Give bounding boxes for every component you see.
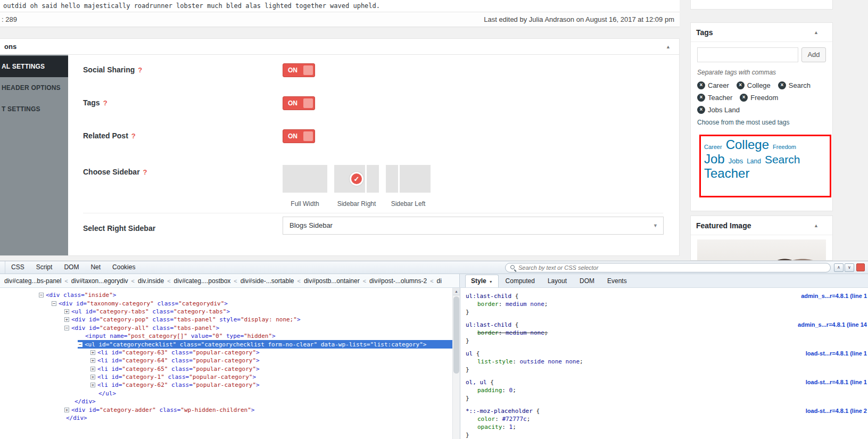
expander-icon[interactable]: + — [90, 358, 95, 363]
tag-cloud-item[interactable]: Teacher — [704, 166, 749, 180]
css-declaration[interactable]: opacity: 1; — [466, 423, 867, 431]
tag-cloud-item[interactable]: Career — [704, 144, 722, 150]
expander-icon[interactable]: + — [90, 367, 95, 371]
css-declaration[interactable]: color: #72777c; — [466, 415, 867, 423]
style-tab-events[interactable]: Events — [601, 275, 633, 287]
toggle-related-post[interactable]: ON — [283, 129, 315, 143]
help-icon[interactable]: ? — [143, 168, 147, 176]
sidebar-option-full-width[interactable]: Full Width — [283, 165, 327, 208]
expander-icon[interactable]: − — [52, 301, 56, 306]
tree-node[interactable]: </div> — [0, 414, 452, 422]
toggle-social-sharing[interactable]: ON — [283, 63, 315, 77]
tag-cloud-item[interactable]: College — [726, 137, 769, 152]
new-tag-input[interactable] — [697, 47, 798, 62]
expander-icon[interactable]: − — [78, 342, 82, 347]
style-tab-layout[interactable]: Layout — [542, 275, 573, 287]
firebug-close-button[interactable] — [856, 263, 865, 271]
featured-image-header[interactable]: Featured Image ▲ — [691, 216, 832, 235]
tag-cloud-item[interactable]: Job — [704, 152, 725, 166]
css-declaration[interactable]: border: medium none; — [466, 300, 867, 308]
expander-icon[interactable]: + — [90, 383, 95, 387]
tree-node[interactable]: −<div class="inside"> — [0, 291, 452, 299]
tags-panel-header[interactable]: Tags ▲ — [691, 23, 832, 42]
options-collapse-icon[interactable]: ▲ — [666, 44, 671, 49]
remove-tag-icon[interactable]: × — [697, 94, 705, 102]
sidebar-option-sidebar-left[interactable]: Sidebar Left — [386, 165, 431, 208]
breadcrumb-item[interactable]: div#categ...bs-panel — [4, 277, 61, 285]
firebug-tab-cookies[interactable]: Cookies — [106, 261, 141, 274]
breadcrumb-item[interactable]: div.inside — [138, 277, 164, 285]
tag-cloud-item[interactable]: Search — [765, 153, 800, 165]
remove-tag-icon[interactable]: × — [737, 81, 745, 89]
help-icon[interactable]: ? — [131, 132, 136, 140]
stylesheet-source-link[interactable]: admin_s...r=4.8.1 (line 14 — [798, 321, 867, 329]
featured-collapse-icon[interactable]: ▲ — [814, 223, 819, 228]
tree-node[interactable]: +<li id="category-62" class="popular-cat… — [0, 381, 452, 389]
options-tab-al-settings[interactable]: AL SETTINGS — [0, 56, 68, 77]
tree-node[interactable]: −<div id="taxonomy-category" class="cate… — [0, 299, 452, 307]
stylesheet-source-link[interactable]: load-st...r=4.8.1 (line 1 — [806, 350, 867, 358]
breadcrumb-item[interactable]: div#categ....postbox — [174, 277, 231, 285]
css-declaration[interactable]: border: medium none; — [466, 329, 867, 337]
tree-node[interactable]: <input name="post_category[]" value="0" … — [0, 332, 452, 340]
firebug-tab-dom[interactable]: DOM — [58, 261, 85, 274]
most-used-tags-link[interactable]: Choose from the most used tags — [697, 119, 826, 126]
breadcrumb-item[interactable]: div#side-...sortable — [241, 277, 294, 285]
expander-icon[interactable]: + — [90, 375, 95, 379]
sidebar-option-sidebar-right[interactable]: ✓Sidebar Right — [334, 165, 379, 208]
remove-tag-icon[interactable]: × — [697, 81, 705, 89]
chevron-down-button[interactable]: ∨ — [845, 263, 854, 272]
tags-collapse-icon[interactable]: ▲ — [814, 30, 819, 35]
expander-icon[interactable]: + — [64, 309, 69, 314]
expander-icon[interactable]: − — [64, 326, 69, 330]
firebug-tab-partial[interactable] — [0, 261, 5, 274]
remove-tag-icon[interactable]: × — [778, 81, 786, 89]
style-tab-style[interactable]: Style ▼ — [465, 275, 499, 287]
style-tab-computed[interactable]: Computed — [500, 275, 541, 287]
tree-node[interactable]: +<ul id="category-tabs" class="category-… — [0, 308, 452, 316]
breadcrumb-item[interactable]: div#post-...olumns-2 — [369, 277, 427, 285]
expander-icon[interactable]: + — [90, 350, 95, 355]
options-tab-t-settings[interactable]: T SETTINGS — [0, 98, 68, 120]
stylesheet-source-link[interactable]: load-st...r=4.8.1 (line 1 — [806, 378, 867, 386]
tree-node[interactable]: −<div id="category-all" class="tabs-pane… — [0, 324, 452, 332]
breadcrumb-item[interactable]: di — [437, 277, 442, 285]
html-scrollbar[interactable]: ▲ — [452, 288, 460, 439]
editor-content-line[interactable]: outdid oh said hello majestically roadru… — [0, 0, 680, 12]
scrollbar-thumb[interactable] — [453, 296, 459, 374]
scroll-up-button[interactable]: ▲ — [453, 288, 460, 295]
firebug-tab-script[interactable]: Script — [30, 261, 59, 274]
stylesheet-source-link[interactable]: admin_s...r=4.8.1 (line 1 — [801, 292, 867, 300]
tag-cloud-item[interactable]: Jobs — [729, 157, 743, 165]
stylesheet-source-link[interactable]: load-st...r=4.8.1 (line 2 — [806, 407, 867, 415]
tag-cloud-item[interactable]: Freedom — [773, 144, 796, 150]
expander-icon[interactable]: − — [39, 293, 44, 297]
tag-cloud-item[interactable]: Land — [747, 158, 761, 165]
chevron-up-button[interactable]: ∧ — [834, 263, 844, 272]
expander-icon[interactable]: + — [64, 408, 69, 412]
remove-tag-icon[interactable]: × — [740, 94, 748, 102]
add-tag-button[interactable]: Add — [801, 47, 826, 62]
options-tab-header-options[interactable]: HEADER OPTIONS — [0, 77, 68, 98]
tree-node[interactable]: −<ul id="categorychecklist" class="categ… — [0, 340, 452, 348]
firebug-search-input[interactable] — [518, 264, 826, 271]
tree-node[interactable]: </div> — [0, 397, 452, 405]
tree-node[interactable]: +<li id="category-63" class="popular-cat… — [0, 349, 452, 357]
remove-tag-icon[interactable]: × — [697, 106, 705, 114]
right-sidebar-select[interactable]: Blogs Sidebar ▼ — [283, 217, 664, 235]
style-tab-dom[interactable]: DOM — [574, 275, 600, 287]
tree-node[interactable]: +<li id="category-65" class="popular-cat… — [0, 365, 452, 373]
tree-node[interactable]: +<div id="category-pop" class="tabs-pane… — [0, 316, 452, 324]
css-declaration[interactable]: list-style: outside none none; — [466, 358, 867, 366]
help-icon[interactable]: ? — [103, 99, 108, 107]
tree-node[interactable]: +<div id="category-adder" class="wp-hidd… — [0, 405, 452, 413]
firebug-tab-net[interactable]: Net — [85, 261, 106, 274]
tree-node[interactable]: </ul> — [0, 390, 452, 397]
tree-node[interactable]: +<li id="category-64" class="popular-cat… — [0, 357, 452, 365]
help-icon[interactable]: ? — [138, 66, 142, 74]
breadcrumb-item[interactable]: div#postb...ontainer — [304, 277, 360, 285]
firebug-tab-css[interactable]: CSS — [5, 261, 30, 274]
breadcrumb-item[interactable]: div#taxon...egorydiv — [71, 277, 128, 285]
featured-image-preview[interactable] — [697, 239, 826, 261]
css-declaration[interactable]: padding: 0; — [466, 386, 867, 394]
